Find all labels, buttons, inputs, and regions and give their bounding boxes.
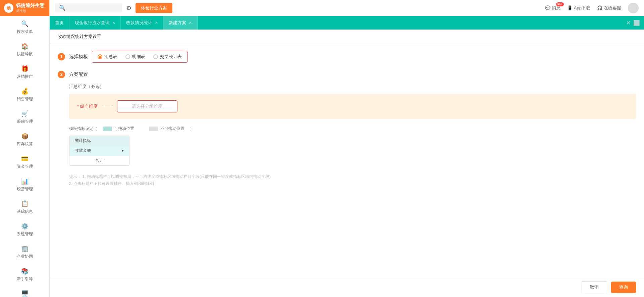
sidebar-item-marketing[interactable]: 🎁 营销推广 (0, 61, 49, 84)
tab-new-plan-label: 新建方案 (169, 20, 186, 26)
message-icon: 💬 (545, 5, 550, 10)
sidebar-item-label: 系统管理 (17, 231, 33, 237)
tab-bank[interactable]: 现金银行流水查询 × (69, 16, 121, 30)
step2-section: 2 方案配置 汇总维度（必选） * 纵向维度 —— 请选择分组维度 (58, 71, 636, 187)
tip-line1: 提示： 1. 拖动标题栏可以调整布局，不可跨维度或指标区域拖动栏目字段(只能在同… (69, 174, 636, 180)
settings-icon[interactable]: ⚙ (126, 4, 131, 12)
tips-section: 提示： 1. 拖动标题栏可以调整布局，不可跨维度或指标区域拖动栏目字段(只能在同… (69, 174, 636, 187)
query-button[interactable]: 查询 (611, 282, 636, 293)
sidebar-item-label: 新手引导 (17, 276, 33, 282)
page-header: 收款情况统计方案设置 (50, 30, 644, 44)
option-summary[interactable]: 汇总表 (98, 54, 117, 60)
industry-button[interactable]: 体验行业方案 (136, 3, 172, 13)
tab-collection[interactable]: 收款情况统计 × (121, 16, 163, 30)
sidebar-item-guide[interactable]: 📚 新手引导 (0, 263, 49, 286)
draggable-box (103, 127, 112, 131)
legend-close-paren: ） (190, 126, 194, 132)
legend-fixed: 不可拖动位置 (149, 126, 184, 132)
sidebar-item-search[interactable]: 🔍 搜索菜单 (0, 16, 49, 39)
topbar: 🔍 ⚙ 体验行业方案 💬 消息 99+ 📱 App下载 🎧 在线客服 (50, 0, 644, 16)
search-box[interactable]: 🔍 (55, 3, 122, 12)
gear-icon: ⚙️ (21, 222, 29, 230)
download-item[interactable]: 📱 App下载 (567, 5, 590, 11)
arrow: —— (103, 104, 112, 109)
dimension-area: * 纵向维度 —— 请选择分组维度 (69, 94, 636, 119)
tab-new-plan[interactable]: 新建方案 × (163, 16, 197, 30)
dimension-row: * 纵向维度 —— 请选择分组维度 (77, 100, 628, 112)
support-label: 在线客服 (604, 5, 621, 11)
step2-badge: 2 (58, 71, 65, 78)
close-window-icon[interactable]: ✕ (626, 20, 631, 26)
tab-home[interactable]: 首页 (50, 16, 69, 30)
sidebar-item-operation[interactable]: 📊 经营管理 (0, 174, 49, 196)
sidebar-item-purchase[interactable]: 🛒 采购管理 (0, 106, 49, 129)
download-icon: 📱 (567, 5, 573, 10)
legend-draggable-label: 可拖动位置 (114, 126, 134, 132)
column-label: 收款金额 (75, 148, 91, 153)
bottom-bar: 取消 查询 (50, 277, 644, 297)
sidebar: 畅 畅捷通好生意 标准版 🔍 搜索菜单 🏠 快捷导航 🎁 营销推广 💰 销售管理… (0, 0, 50, 297)
sidebar-item-label: 快捷导航 (17, 51, 33, 57)
sidebar-item-finance[interactable]: 💳 资金管理 (0, 151, 49, 174)
sidebar-item-label: 基础信息 (17, 209, 33, 214)
tab-collection-close[interactable]: × (155, 20, 158, 25)
sidebar-item-label: 采购管理 (17, 119, 33, 125)
step1-section: 1 选择模板 汇总表 明细表 交叉统计表 (58, 51, 636, 63)
cart-icon: 🛒 (21, 110, 29, 117)
logo-sub: 标准版 (16, 9, 44, 13)
tab-collection-label: 收款情况统计 (126, 20, 152, 26)
support-item[interactable]: 🎧 在线客服 (597, 5, 621, 11)
sidebar-item-corp[interactable]: 🏢 企业协同 (0, 241, 49, 263)
column-dropdown-icon[interactable]: ▾ (122, 148, 124, 153)
indicator-total-cell: 合计 (69, 155, 129, 165)
dimension-label: 汇总维度（必选） (69, 84, 636, 90)
sidebar-item-label: 销售管理 (17, 96, 33, 102)
sidebar-item-system[interactable]: ⚙️ 系统管理 (0, 218, 49, 241)
radio-cross[interactable] (153, 54, 158, 59)
step1-badge: 1 (58, 53, 65, 60)
page-title: 收款情况统计方案设置 (58, 34, 101, 39)
notification-item[interactable]: 💬 消息 99+ (545, 5, 560, 11)
table-header-label: 统计指标 (75, 138, 91, 144)
radio-detail[interactable] (125, 54, 130, 59)
home-icon: 🏠 (21, 43, 29, 50)
cancel-button[interactable]: 取消 (582, 281, 607, 293)
sidebar-item-inventory[interactable]: 📦 库存核算 (0, 129, 49, 151)
indicator-column-row[interactable]: 收款金额 ▾ (69, 146, 129, 155)
option-cross[interactable]: 交叉统计表 (153, 54, 182, 60)
avatar[interactable] (628, 3, 639, 13)
main-area: 🔍 ⚙ 体验行业方案 💬 消息 99+ 📱 App下载 🎧 在线客服 首页 (50, 0, 644, 297)
sidebar-item-label: 库存核算 (17, 141, 33, 147)
topbar-right: 💬 消息 99+ 📱 App下载 🎧 在线客服 (545, 3, 639, 13)
dimension-select[interactable]: 请选择分组维度 (117, 100, 177, 112)
radio-summary[interactable] (98, 54, 102, 59)
page-body: 1 选择模板 汇总表 明细表 交叉统计表 (50, 44, 644, 277)
box-icon: 📦 (21, 133, 29, 140)
step2-title: 方案配置 (69, 71, 88, 78)
indicator-legend-title: 模板指标设定（ (69, 126, 97, 132)
row-label: * 纵向维度 (77, 103, 98, 109)
content-area: 1 选择模板 汇总表 明细表 交叉统计表 (50, 44, 644, 277)
gift-icon: 🎁 (21, 65, 29, 72)
search-input[interactable] (68, 6, 115, 10)
maximize-icon[interactable]: ⬜ (633, 20, 640, 26)
download-label: App下载 (574, 5, 590, 11)
step1-title: 选择模板 (69, 54, 88, 60)
tip-line2: 2. 点击标题栏下拉可设置排序、插入列和删除列 (69, 181, 636, 187)
sidebar-item-label: 资金管理 (17, 164, 33, 169)
step1-header: 1 选择模板 汇总表 明细表 交叉统计表 (58, 51, 636, 63)
option-detail[interactable]: 明细表 (125, 54, 145, 60)
sidebar-item-hardware[interactable]: 🖥️ 智能硬件 (0, 286, 49, 297)
tab-bank-close[interactable]: × (112, 20, 115, 25)
option-detail-label: 明细表 (132, 54, 145, 60)
building-icon: 🏢 (21, 245, 29, 252)
sidebar-item-sales[interactable]: 💰 销售管理 (0, 84, 49, 106)
legend-draggable: 可拖动位置 (103, 126, 134, 132)
sidebar-item-nav[interactable]: 🏠 快捷导航 (0, 39, 49, 61)
monitor-icon: 🖥️ (21, 290, 29, 297)
card-icon: 💳 (21, 155, 29, 162)
sidebar-item-basic[interactable]: 📋 基础信息 (0, 196, 49, 218)
book-icon: 📚 (21, 267, 29, 275)
tab-new-plan-close[interactable]: × (189, 20, 192, 25)
tabbar: 首页 现金银行流水查询 × 收款情况统计 × 新建方案 × ✕ ⬜ (50, 16, 644, 30)
